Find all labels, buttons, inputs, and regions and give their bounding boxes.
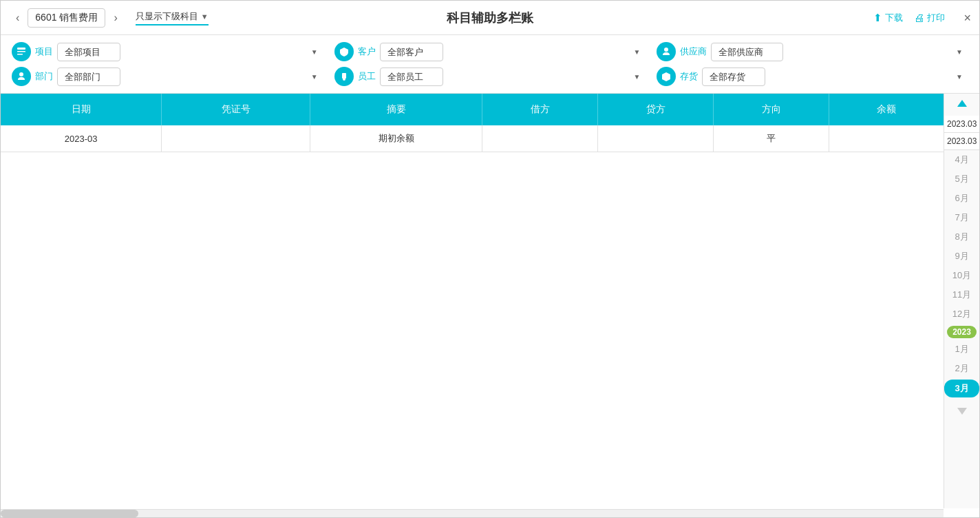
customer-icon	[334, 42, 354, 61]
customer-select[interactable]: 全部客户	[380, 43, 443, 61]
supplier-icon	[657, 42, 676, 61]
col-direction: 方向	[714, 94, 829, 125]
print-label: 打印	[927, 12, 945, 24]
svg-point-3	[664, 48, 668, 52]
main-window: ‹ 6601 销售费用 › 只显示下级科目 ▼ 科目辅助多栏账 ⬆ 下载 🖨 打…	[0, 0, 980, 518]
timeline-month-5[interactable]: 5月	[944, 169, 979, 189]
timeline-month-11[interactable]: 11月	[944, 285, 979, 304]
timeline-year-badge-wrapper: 2023	[947, 324, 977, 340]
supplier-label: 供应商	[680, 45, 707, 58]
title-bar: ‹ 6601 销售费用 › 只显示下级科目 ▼ 科目辅助多栏账 ⬆ 下载 🖨 打…	[1, 1, 979, 35]
print-icon: 🖨	[914, 12, 924, 23]
filter-item-inventory: 存货 全部存货	[657, 67, 968, 86]
col-voucher: 凭证号	[162, 94, 310, 125]
download-icon: ⬆	[873, 12, 882, 24]
customer-label: 客户	[358, 45, 376, 58]
cell-date: 2023-03	[1, 125, 162, 152]
main-content: 日期 凭证号 摘要 借方 贷方 方向 余额 2023-03 期初余额	[1, 94, 979, 508]
table-header-row: 日期 凭证号 摘要 借方 贷方 方向 余额	[1, 94, 944, 125]
department-select[interactable]: 全部部门	[57, 68, 120, 86]
scroll-thumb[interactable]	[1, 510, 138, 517]
side-timeline: 2023.03 2023.03 4月 5月 6月 7月 8月 9月 10月 11…	[944, 94, 979, 508]
department-select-wrapper: 全部部门	[57, 68, 323, 86]
col-balance: 余额	[829, 94, 944, 125]
employee-select[interactable]: 全部员工	[380, 68, 443, 86]
project-icon	[12, 42, 31, 61]
ledger-table: 日期 凭证号 摘要 借方 贷方 方向 余额 2023-03 期初余额	[1, 94, 944, 152]
cell-voucher	[162, 125, 310, 152]
employee-icon	[334, 67, 354, 86]
cell-direction: 平	[714, 125, 829, 152]
supplier-select[interactable]: 全部供应商	[711, 43, 783, 61]
account-code: 6601	[35, 12, 56, 23]
project-label: 项目	[35, 45, 53, 58]
cell-summary: 期初余额	[310, 125, 482, 152]
toolbar-right: ⬆ 下载 🖨 打印	[873, 12, 945, 24]
table-area: 日期 凭证号 摘要 借方 贷方 方向 余额 2023-03 期初余额	[1, 94, 944, 508]
svg-rect-5	[342, 73, 346, 79]
show-sub-toggle[interactable]: 只显示下级科目 ▼	[136, 10, 209, 25]
close-button[interactable]: ×	[963, 10, 971, 25]
department-icon	[12, 67, 31, 86]
filter-row-2: 部门 全部部门 员工 全部员工	[12, 67, 968, 86]
timeline-period-2-label: 2023.03	[947, 136, 977, 146]
timeline-period-1-label: 2023.03	[947, 119, 977, 129]
timeline-month-4[interactable]: 4月	[944, 150, 979, 169]
timeline-month-3-active[interactable]: 3月	[944, 380, 979, 397]
svg-point-6	[343, 78, 345, 81]
table-row: 2023-03 期初余额 平	[1, 125, 944, 152]
timeline-year-badge: 2023	[947, 326, 977, 338]
show-sub-chevron-icon: ▼	[201, 12, 209, 21]
col-debit: 借方	[482, 94, 598, 125]
show-sub-label: 只显示下级科目	[136, 10, 198, 23]
prev-account-button[interactable]: ‹	[12, 10, 23, 25]
timeline-period-2[interactable]: 2023.03	[944, 133, 979, 150]
customer-select-wrapper: 全部客户	[380, 43, 646, 61]
cell-credit	[598, 125, 714, 152]
project-select[interactable]: 全部项目	[57, 43, 120, 61]
inventory-select[interactable]: 全部存货	[702, 68, 765, 86]
employee-select-wrapper: 全部员工	[380, 68, 646, 86]
timeline-month-2[interactable]: 2月	[944, 359, 979, 378]
project-select-wrapper: 全部项目	[57, 43, 323, 61]
timeline-scroll-down-button[interactable]	[944, 402, 979, 424]
page-title: 科目辅助多栏账	[447, 10, 533, 26]
timeline-period-1[interactable]: 2023.03	[944, 116, 979, 133]
svg-marker-8	[957, 408, 967, 415]
svg-rect-2	[17, 54, 23, 55]
horizontal-scrollbar[interactable]	[1, 509, 944, 517]
timeline-month-1[interactable]: 1月	[944, 340, 979, 359]
timeline-scroll-up-button[interactable]	[944, 94, 979, 116]
timeline-month-7[interactable]: 7月	[944, 208, 979, 227]
timeline-month-12[interactable]: 12月	[944, 304, 979, 324]
download-button[interactable]: ⬆ 下载	[873, 12, 903, 24]
filter-bar: 项目 全部项目 客户 全部客户	[1, 35, 979, 94]
timeline-month-6[interactable]: 6月	[944, 189, 979, 208]
inventory-icon	[657, 67, 676, 86]
account-label: 6601 销售费用	[28, 8, 105, 28]
cell-debit	[482, 125, 598, 152]
col-credit: 贷方	[598, 94, 714, 125]
svg-point-4	[19, 72, 23, 76]
filter-item-customer: 客户 全部客户	[334, 42, 646, 61]
cell-balance	[829, 125, 944, 152]
inventory-label: 存货	[680, 70, 698, 83]
timeline-month-9[interactable]: 9月	[944, 247, 979, 266]
supplier-select-wrapper: 全部供应商	[711, 43, 968, 61]
next-account-button[interactable]: ›	[109, 10, 121, 25]
filter-item-project: 项目 全部项目	[12, 42, 323, 61]
timeline-month-10[interactable]: 10月	[944, 266, 979, 285]
col-date: 日期	[1, 94, 162, 125]
download-label: 下载	[885, 12, 903, 24]
print-button[interactable]: 🖨 打印	[914, 12, 945, 24]
employee-label: 员工	[358, 70, 376, 83]
svg-marker-7	[957, 100, 967, 107]
department-label: 部门	[35, 70, 53, 83]
filter-item-employee: 员工 全部员工	[334, 67, 646, 86]
col-summary: 摘要	[310, 94, 482, 125]
timeline-month-8[interactable]: 8月	[944, 227, 979, 247]
inventory-select-wrapper: 全部存货	[702, 68, 968, 86]
svg-rect-1	[17, 51, 25, 52]
filter-row-1: 项目 全部项目 客户 全部客户	[12, 42, 968, 61]
svg-rect-0	[17, 48, 25, 50]
